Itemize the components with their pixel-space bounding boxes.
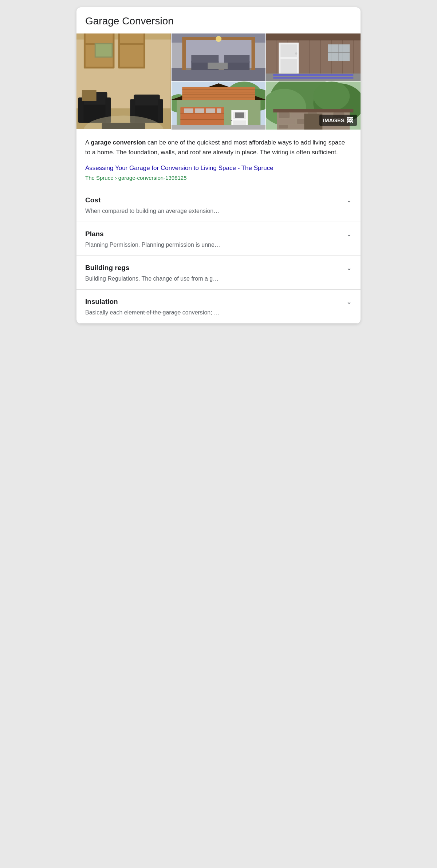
svg-rect-78 [206, 108, 215, 113]
svg-point-90 [314, 82, 350, 111]
svg-rect-37 [224, 55, 249, 63]
insulation-before: Basically each [85, 309, 124, 316]
svg-rect-54 [281, 59, 297, 73]
accordion-insulation-header[interactable]: Insulation ⌄ [76, 290, 361, 309]
svg-rect-60 [273, 74, 354, 76]
images-label: IMAGES [323, 117, 345, 123]
svg-rect-18 [134, 95, 160, 106]
insulation-after: conversion; … [181, 309, 220, 316]
insulation-strikethrough: element of the garage [124, 309, 181, 316]
accordion-insulation: Insulation ⌄ Basically each element of t… [76, 290, 361, 324]
image-unfinished[interactable] [266, 33, 361, 81]
svg-rect-92 [279, 112, 290, 118]
garage-interior-svg [76, 33, 171, 129]
svg-rect-8 [120, 45, 143, 67]
svg-rect-102 [290, 125, 304, 128]
accordion-cost-header[interactable]: Cost ⌄ [76, 188, 361, 207]
accordion-cost-preview: When compared to building an average ext… [76, 207, 361, 222]
accordion-insulation-title: Insulation [85, 298, 118, 306]
svg-rect-83 [235, 112, 244, 118]
svg-rect-79 [217, 108, 221, 113]
svg-rect-61 [273, 77, 354, 79]
svg-point-55 [295, 52, 298, 55]
svg-rect-50 [266, 33, 361, 40]
cedar-exterior-svg [172, 82, 266, 130]
accordion-building-regs-preview: Building Regulations. The change of use … [76, 275, 361, 289]
accordion-plans-header[interactable]: Plans ⌄ [76, 222, 361, 241]
page-title: Garage Conversion [76, 7, 361, 33]
unfinished-svg [266, 33, 361, 81]
svg-rect-101 [279, 125, 288, 128]
description-section: A garage conversion can be one of the qu… [76, 130, 361, 188]
svg-rect-85 [172, 125, 266, 130]
svg-rect-76 [184, 108, 193, 113]
image-garage-interior[interactable] [76, 33, 171, 129]
image-stone-exterior[interactable]: IMAGES 🖼 [266, 82, 361, 130]
svg-rect-25 [96, 44, 112, 57]
open-living-svg [172, 33, 266, 81]
images-icon: 🖼 [347, 116, 353, 124]
svg-rect-4 [86, 33, 113, 43]
images-badge[interactable]: IMAGES 🖼 [319, 115, 357, 126]
main-card: Garage Conversion [76, 7, 361, 324]
svg-rect-53 [281, 44, 297, 57]
accordion-plans-preview: Planning Permission. Planning permission… [76, 241, 361, 255]
svg-rect-31 [251, 37, 255, 70]
svg-rect-23 [82, 90, 97, 101]
accordion-insulation-chevron: ⌄ [346, 298, 352, 306]
source-breadcrumb: The Spruce › garage-conversion-1398125 [85, 175, 187, 181]
svg-rect-77 [195, 108, 204, 113]
accordion-plans-chevron: ⌄ [346, 230, 352, 238]
svg-point-84 [231, 120, 232, 121]
accordion-building-regs: Building regs ⌄ Building Regulations. Th… [76, 256, 361, 290]
accordion-building-regs-title: Building regs [85, 264, 129, 272]
svg-rect-15 [78, 98, 84, 123]
accordion-plans-title: Plans [85, 230, 104, 238]
svg-rect-7 [120, 33, 143, 43]
source-link[interactable]: Assessing Your Garage for Conversion to … [85, 164, 352, 173]
accordion-cost-title: Cost [85, 196, 101, 204]
description-text: A garage conversion can be one of the qu… [85, 138, 352, 157]
image-grid: IMAGES 🖼 [76, 33, 361, 130]
svg-rect-28 [172, 68, 266, 81]
svg-rect-97 [279, 119, 295, 124]
svg-rect-35 [191, 55, 219, 63]
accordion-cost: Cost ⌄ When compared to building an aver… [76, 188, 361, 222]
bold-term: garage conversion [91, 139, 146, 146]
accordion-plans: Plans ⌄ Planning Permission. Planning pe… [76, 222, 361, 256]
svg-rect-30 [182, 37, 186, 70]
image-cedar-exterior[interactable] [172, 82, 266, 130]
svg-rect-68 [182, 87, 255, 100]
accordion-insulation-preview: Basically each element of the garage con… [76, 309, 361, 323]
image-open-living[interactable] [172, 33, 266, 81]
svg-rect-106 [273, 109, 354, 112]
svg-rect-38 [208, 63, 228, 69]
svg-rect-93 [292, 112, 306, 118]
svg-rect-20 [158, 99, 163, 123]
accordion-building-regs-header[interactable]: Building regs ⌄ [76, 256, 361, 275]
accordion-cost-chevron: ⌄ [346, 196, 352, 204]
accordion-building-regs-chevron: ⌄ [346, 264, 352, 272]
svg-point-39 [216, 36, 221, 42]
